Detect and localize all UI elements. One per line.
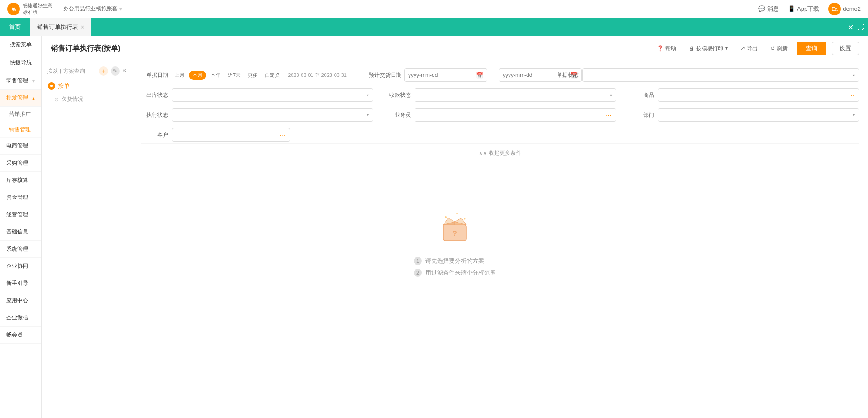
sidebar-item-guide[interactable]: 新手引导 (0, 275, 41, 292)
execution-select[interactable]: ▾ (172, 108, 373, 122)
filter-item-goods: 商品 ··· (627, 88, 859, 102)
sidebar-sub-item-sales[interactable]: 销售管理 (0, 122, 41, 138)
wholesale-arrow-icon: ▴ (32, 95, 35, 101)
date-btn-lastmonth[interactable]: 上月 (172, 71, 187, 80)
export-button[interactable]: ↗ 导出 (737, 43, 761, 54)
filter-item-delivery: 出库状态 ▾ (141, 88, 373, 102)
empty-text-list: 1 请先选择要分析的方案 2 用过滤条件来缩小分析范围 (414, 257, 496, 277)
filter-row-2: 出库状态 ▾ 收款状态 ▾ (141, 88, 859, 102)
collapse-filter-button[interactable]: ∧∧ 收起更多条件 (473, 147, 527, 159)
salesperson-dots[interactable]: ··· (605, 111, 612, 119)
scheme-add-btn[interactable]: + (99, 66, 108, 76)
expected-date-label: 预计交货日期 (369, 71, 401, 79)
sidebar-sub-item-marketing[interactable]: 营销推广 (0, 107, 41, 122)
payment-select[interactable]: ▾ (415, 88, 616, 102)
app-download-action[interactable]: 📱 App下载 (788, 5, 819, 13)
app-download-icon: 📱 (788, 5, 795, 12)
scheme-collapse-btn[interactable]: « (123, 66, 126, 76)
scheme-edit-btn[interactable]: ✎ (111, 66, 120, 76)
filter-row-3: 执行状态 ▾ 业务员 ··· (141, 108, 859, 122)
payment-arrow-icon: ▾ (610, 93, 612, 98)
page-header-actions: ❓ 帮助 🖨 按模板打印 ▾ ↗ 导出 ↺ 刷新 (653, 42, 859, 55)
export-icon: ↗ (741, 45, 745, 52)
date-label: 单据日期 (141, 71, 168, 79)
expected-date-start-input[interactable] (408, 72, 476, 78)
date-btn-thismonth[interactable]: 本月 (189, 71, 206, 80)
empty-num-1: 1 (414, 257, 422, 265)
tab-bar-actions: ✕ ⛶ (848, 23, 868, 32)
svg-point-7 (445, 216, 447, 218)
user-action[interactable]: Ea demo2 (828, 3, 861, 15)
sidebar-item-enterprise[interactable]: 企业协同 (0, 258, 41, 275)
salesperson-select[interactable]: ··· (415, 108, 616, 122)
delivery-select[interactable]: ▾ (172, 88, 373, 102)
empty-state: ? 1 请先选择要分析的方案 2 用过滤条件来缩小分析范围 (42, 168, 868, 304)
main-layout: 搜索菜单 快捷导航 零售管理 ▾ 批发管理 ▴ 营销推广 销售管理 电商管理 采… (0, 36, 868, 418)
tab-bar-close-btn[interactable]: ✕ (848, 23, 854, 32)
customer-dots[interactable]: ··· (279, 131, 286, 138)
expected-date-start-wrap: 📅 (404, 68, 487, 82)
template-print-button[interactable]: 🖨 按模板打印 ▾ (685, 43, 731, 54)
filter-item-customer: 客户 ··· (141, 128, 290, 142)
content-area: 销售订单执行表(按单) ❓ 帮助 🖨 按模板打印 ▾ ↗ 导出 (42, 36, 868, 418)
filter-item-date: 单据日期 上月 本月 本年 近7天 更多 自定义 2023-03-01 至 20… (141, 71, 358, 80)
tab-bar-expand-btn[interactable]: ⛶ (857, 23, 864, 31)
refresh-button[interactable]: ↺ 刷新 (767, 43, 791, 54)
tab-close-icon[interactable]: × (81, 24, 84, 30)
goods-dots[interactable]: ··· (848, 91, 855, 99)
department-select[interactable]: ▾ (658, 108, 859, 122)
salesperson-label: 业务员 (384, 111, 411, 119)
filter-item-status: 单据状态 ▾ (552, 68, 859, 82)
message-action[interactable]: 💬 消息 (758, 5, 779, 13)
sidebar-item-quick-nav[interactable]: 快捷导航 (0, 53, 41, 72)
tab-home[interactable]: 首页 (0, 18, 30, 36)
collapse-icon: ∧∧ (479, 150, 487, 157)
calendar-start-icon[interactable]: 📅 (476, 72, 483, 79)
status-select[interactable]: ▾ (582, 68, 859, 82)
date-btn-more[interactable]: 更多 (245, 71, 260, 80)
query-button[interactable]: 查询 (797, 42, 826, 55)
help-icon: ❓ (657, 45, 664, 52)
sidebar-item-purchase[interactable]: 采购管理 (0, 155, 41, 172)
scheme-sub-item-shortage[interactable]: ⊙ 欠货情况 (42, 93, 132, 106)
scheme-panel-header: 按以下方案查询 + ✎ « (42, 66, 132, 79)
sidebar-item-retail[interactable]: 零售管理 ▾ (0, 72, 41, 90)
sidebar-item-ecommerce[interactable]: 电商管理 (0, 138, 41, 155)
sidebar-item-finance[interactable]: 资金管理 (0, 189, 41, 206)
date-separator: — (490, 72, 496, 79)
date-quick-btns: 上月 本月 本年 近7天 更多 自定义 (172, 71, 283, 80)
sidebar-item-search-menu[interactable]: 搜索菜单 (0, 36, 41, 53)
scheme-item-by-order[interactable]: 按单 (42, 79, 132, 93)
sidebar: 搜索菜单 快捷导航 零售管理 ▾ 批发管理 ▴ 营销推广 销售管理 电商管理 采… (0, 36, 42, 418)
goods-select[interactable]: ··· (658, 88, 859, 102)
filter-wrapper: 按以下方案查询 + ✎ « 按单 ⊙ (42, 61, 868, 168)
sidebar-item-wholesale[interactable]: 批发管理 ▴ (0, 90, 41, 107)
retail-arrow-icon: ▾ (32, 78, 35, 84)
sidebar-item-basic-info[interactable]: 基础信息 (0, 223, 41, 241)
tab-sales-execution[interactable]: 销售订单执行表 × (30, 18, 91, 36)
tab-bar: 首页 销售订单执行表 × ✕ ⛶ (0, 18, 868, 36)
sidebar-item-inventory[interactable]: 库存核算 (0, 172, 41, 189)
scheme-panel-actions: + ✎ « (99, 66, 126, 76)
filter-item-payment: 收款状态 ▾ (384, 88, 616, 102)
empty-num-2: 2 (414, 269, 422, 277)
empty-text-item-1: 1 请先选择要分析的方案 (414, 257, 496, 265)
status-label: 单据状态 (552, 71, 579, 79)
payment-label: 收款状态 (384, 91, 411, 99)
department-arrow-icon: ▾ (853, 113, 855, 118)
settings-button[interactable]: 设置 (832, 42, 859, 55)
sidebar-item-operation[interactable]: 经营管理 (0, 206, 41, 223)
date-btn-thisyear[interactable]: 本年 (208, 71, 223, 80)
date-btn-7days[interactable]: 近7天 (225, 71, 243, 80)
filter-panel: 单据日期 上月 本月 本年 近7天 更多 自定义 2023-03-01 至 20… (132, 61, 868, 168)
filter-item-execution: 执行状态 ▾ (141, 108, 373, 122)
empty-icon: ? (432, 204, 477, 250)
sidebar-item-wechat[interactable]: 企业微信 (0, 309, 41, 327)
sidebar-item-member[interactable]: 畅会员 (0, 327, 41, 344)
date-btn-custom[interactable]: 自定义 (262, 71, 283, 80)
sidebar-item-system[interactable]: 系统管理 (0, 241, 41, 258)
customer-select[interactable]: ··· (172, 128, 290, 142)
sidebar-item-app-center[interactable]: 应用中心 (0, 292, 41, 309)
filter-actions-row: ∧∧ 收起更多条件 (141, 143, 859, 161)
help-button[interactable]: ❓ 帮助 (653, 43, 680, 54)
